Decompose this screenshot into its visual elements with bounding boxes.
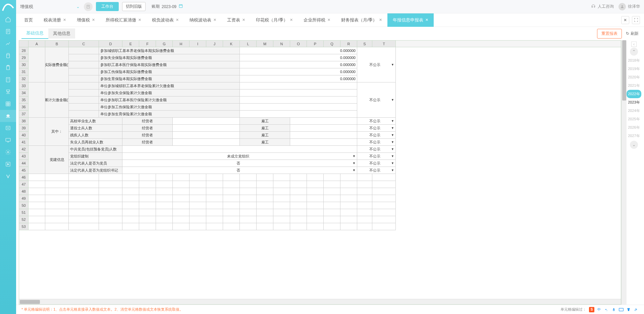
col-header-I[interactable]: I [190, 41, 206, 47]
cell-E49[interactable] [122, 195, 139, 202]
cell-G47[interactable] [156, 181, 173, 188]
cell-C31[interactable] [69, 68, 99, 75]
row-header-36[interactable]: 36 [19, 104, 29, 111]
nav-grid[interactable] [0, 98, 16, 110]
row-header-52[interactable]: 52 [19, 216, 29, 223]
visibility-dropdown-45[interactable]: 不公示▼ [357, 167, 396, 174]
cell-C30[interactable] [69, 61, 99, 68]
cell-M47[interactable] [257, 181, 273, 188]
cell-L49[interactable] [240, 195, 257, 202]
row-header-29[interactable]: 29 [19, 54, 29, 61]
cell-E51[interactable] [122, 209, 139, 216]
cell-E46[interactable] [122, 174, 139, 181]
cell-J53[interactable] [206, 223, 223, 230]
row-header-38[interactable]: 38 [19, 118, 29, 125]
full-value-43[interactable]: 未成立党组织▼ [122, 153, 357, 160]
cell-P50[interactable] [307, 202, 324, 209]
value-cell-29[interactable]: 0.000000 [240, 54, 357, 61]
col-header-F[interactable]: F [139, 41, 156, 47]
cell-R53[interactable] [340, 223, 357, 230]
row-header-31[interactable]: 31 [19, 68, 29, 75]
cell-F53[interactable] [139, 223, 156, 230]
tab-7[interactable]: 印花税（月/季）✕ [251, 13, 298, 27]
cell-R48[interactable] [340, 188, 357, 195]
cell-P51[interactable] [307, 209, 324, 216]
tab-3[interactable]: 所得税汇算清缴✕ [100, 13, 147, 27]
tab-close-icon[interactable]: ✕ [425, 18, 428, 22]
cell-R47[interactable] [340, 181, 357, 188]
col-header-B[interactable]: B [45, 41, 69, 47]
cell-M52[interactable] [257, 216, 273, 223]
cell-Q49[interactable] [324, 195, 340, 202]
row-header-40[interactable]: 40 [19, 132, 29, 139]
cell-K48[interactable] [223, 188, 240, 195]
value-cell-30[interactable]: 0.000000 [240, 61, 357, 68]
cell-F49[interactable] [139, 195, 156, 202]
operator-value-41[interactable] [173, 139, 240, 146]
cell-N50[interactable] [273, 202, 290, 209]
row-header-37[interactable]: 37 [19, 111, 29, 118]
cell-B48[interactable] [45, 188, 69, 195]
cell-K52[interactable] [223, 216, 240, 223]
cell-G50[interactable] [156, 202, 173, 209]
cell-D46[interactable] [99, 174, 122, 181]
row-header-32[interactable]: 32 [19, 75, 29, 82]
cell-R49[interactable] [340, 195, 357, 202]
cell-L52[interactable] [240, 216, 257, 223]
row-header-51[interactable]: 51 [19, 209, 29, 216]
cell-O46[interactable] [290, 174, 307, 181]
visibility-dropdown-38[interactable]: 不公示▼ [357, 118, 396, 125]
cell-O52[interactable] [290, 216, 307, 223]
cell-F52[interactable] [139, 216, 156, 223]
cell-H50[interactable] [173, 202, 190, 209]
cell-F51[interactable] [139, 209, 156, 216]
tab-close-icon[interactable]: ✕ [213, 18, 216, 22]
col-header-M[interactable]: M [257, 41, 273, 47]
cell-C37[interactable] [69, 111, 99, 118]
cell-N47[interactable] [273, 181, 290, 188]
row-header-47[interactable]: 47 [19, 181, 29, 188]
cell-J52[interactable] [206, 216, 223, 223]
subtab-other[interactable]: 其他信息 [48, 28, 75, 39]
cell-N49[interactable] [273, 195, 290, 202]
row-header-42[interactable]: 42 [19, 146, 29, 153]
cell-R50[interactable] [340, 202, 357, 209]
cell-C51[interactable] [69, 209, 99, 216]
row-header-50[interactable]: 50 [19, 202, 29, 209]
cell-E50[interactable] [122, 202, 139, 209]
nav-active[interactable] [0, 110, 16, 122]
visibility-dropdown-43[interactable]: 不公示▼ [357, 153, 396, 160]
row-header-48[interactable]: 48 [19, 188, 29, 195]
cell-O50[interactable] [290, 202, 307, 209]
cell-L46[interactable] [240, 174, 257, 181]
switch-old-button[interactable]: 切到旧版 [122, 2, 146, 11]
cell-I52[interactable] [190, 216, 206, 223]
expand-tabs-button[interactable]: ⛶ [632, 16, 640, 24]
value-cell-36[interactable] [240, 104, 357, 111]
cell-B49[interactable] [45, 195, 69, 202]
cell-H51[interactable] [173, 209, 190, 216]
subtab-basic[interactable]: 基础信息 [21, 28, 48, 39]
tab-close-icon[interactable]: ✕ [63, 18, 66, 22]
year-rail-collapse[interactable]: ‹ [631, 42, 637, 47]
full-value-42[interactable] [122, 146, 357, 153]
cell-D53[interactable] [99, 223, 122, 230]
tab-4[interactable]: 税负波动表✕ [147, 13, 184, 27]
cell-M49[interactable] [257, 195, 273, 202]
value-cell-35[interactable] [240, 97, 357, 104]
cell-T53[interactable] [372, 223, 396, 230]
cell-E53[interactable] [122, 223, 139, 230]
row-header-30[interactable]: 30 [19, 61, 29, 68]
year-2021年[interactable]: 2021年 [627, 81, 641, 90]
cell-M46[interactable] [257, 174, 273, 181]
cell-J49[interactable] [206, 195, 223, 202]
row-header-35[interactable]: 35 [19, 97, 29, 104]
tab-10[interactable]: 年报信息申报表✕ [387, 13, 434, 27]
visibility-dropdown-44[interactable]: 不公示▼ [357, 160, 396, 167]
tab-1[interactable]: 税表清册✕ [38, 13, 71, 27]
cell-B47[interactable] [45, 181, 69, 188]
cell-C36[interactable] [69, 104, 99, 111]
cell-N51[interactable] [273, 209, 290, 216]
cell-R52[interactable] [340, 216, 357, 223]
cell-C28[interactable] [69, 47, 99, 54]
